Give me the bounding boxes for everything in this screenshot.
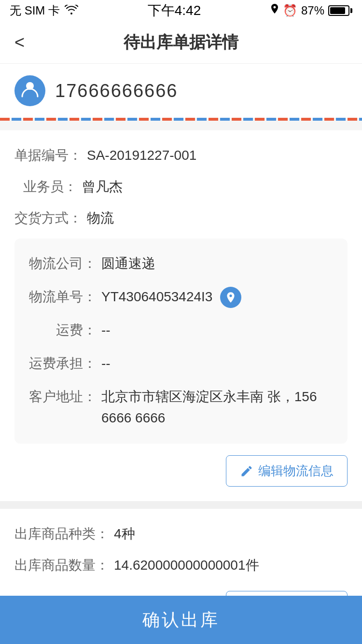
user-header: 17666666666 (0, 64, 362, 118)
logistics-tracking-label: 物流单号： (29, 286, 101, 308)
status-time: 下午4:42 (148, 1, 201, 20)
delivery-value: 物流 (87, 208, 348, 229)
logistics-tracking-row: 物流单号： YT43064053424I3 (29, 286, 333, 308)
track-location-button[interactable] (220, 287, 241, 308)
freight-bearer-value: -- (101, 353, 333, 375)
freight-bearer-row: 运费承担： -- (29, 353, 333, 375)
goods-quantity-value: 14.620000000000001件 (114, 555, 348, 576)
nav-bar: < 待出库单据详情 (0, 21, 362, 64)
goods-quantity-label: 出库商品数量： (14, 555, 114, 576)
goods-quantity-row: 出库商品数量： 14.620000000000001件 (14, 555, 348, 576)
edit-logistics-button[interactable]: 编辑物流信息 (226, 455, 348, 487)
salesperson-label: 业务员： (14, 176, 82, 198)
logistics-tracking-value: YT43064053424I3 (101, 286, 333, 308)
freight-bearer-label: 运费承担： (29, 353, 101, 375)
goods-type-value: 4种 (114, 523, 348, 545)
address-row: 客户地址： 北京市市辖区海淀区永丰南 张，156 6666 6666 (29, 386, 333, 430)
section-divider-1 (0, 501, 362, 509)
delivery-label: 交货方式： (14, 208, 87, 229)
back-button[interactable]: < (14, 32, 25, 53)
goods-type-label: 出库商品种类： (14, 523, 114, 545)
tracking-number: YT43064053424I3 (101, 286, 212, 308)
goods-type-row: 出库商品种类： 4种 (14, 523, 348, 545)
logistics-company-row: 物流公司： 圆通速递 (29, 253, 333, 275)
logistics-company-label: 物流公司： (29, 253, 101, 275)
logistics-company-value: 圆通速递 (101, 253, 333, 275)
status-bar: 无 SIM 卡 下午4:42 ⏰ 87% (0, 0, 362, 21)
user-phone: 17666666666 (55, 81, 178, 101)
user-icon (21, 80, 39, 102)
salesperson-value: 曾凡杰 (82, 176, 348, 198)
address-label: 客户地址： (29, 386, 101, 408)
battery-indicator (328, 5, 352, 16)
freight-row: 运费： -- (29, 320, 333, 341)
freight-label: 运费： (29, 320, 101, 341)
avatar (14, 75, 45, 106)
freight-value: -- (101, 320, 333, 341)
edit-logistics-label: 编辑物流信息 (258, 462, 334, 479)
status-right: ⏰ 87% (270, 4, 352, 17)
doc-number-label: 单据编号： (14, 145, 87, 167)
battery-label: 87% (301, 4, 324, 17)
edit-logistics-area: 编辑物流信息 (14, 455, 348, 487)
salesperson-row: 业务员： 曾凡杰 (14, 176, 348, 198)
status-left: 无 SIM 卡 (10, 3, 78, 18)
location-active-icon (270, 4, 279, 17)
delivery-row: 交货方式： 物流 (14, 208, 348, 229)
doc-number-row: 单据编号： SA-20191227-001 (14, 145, 348, 167)
document-info-section: 单据编号： SA-20191227-001 业务员： 曾凡杰 交货方式： 物流 … (0, 130, 362, 501)
doc-number-value: SA-20191227-001 (87, 145, 348, 167)
confirm-button[interactable]: 确认出库 (0, 596, 362, 644)
page-title: 待出库单据详情 (124, 31, 238, 54)
wifi-icon (65, 4, 78, 17)
alarm-icon: ⏰ (283, 4, 297, 17)
address-value: 北京市市辖区海淀区永丰南 张，156 6666 6666 (101, 386, 333, 430)
dashed-divider (0, 118, 362, 121)
carrier-label: 无 SIM 卡 (10, 3, 60, 18)
logistics-card: 物流公司： 圆通速递 物流单号： YT43064053424I3 运费： -- … (14, 238, 348, 444)
confirm-label: 确认出库 (142, 608, 220, 632)
